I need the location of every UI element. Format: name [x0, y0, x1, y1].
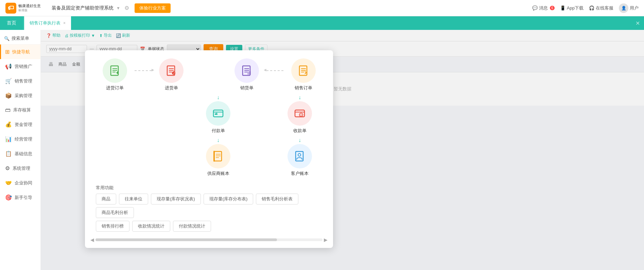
sale-order-icon	[291, 58, 316, 83]
message-badge: 6	[550, 6, 555, 10]
func-btn-product[interactable]: 商品	[96, 194, 116, 204]
message-icon: 💬	[532, 5, 538, 11]
func-btn-inventory-status[interactable]: 现存量(库存状况表)	[151, 194, 201, 204]
svg-rect-14	[247, 71, 251, 75]
sidebar-item-system[interactable]: ⚙ 系统管理	[0, 161, 40, 176]
user-item[interactable]: 👤 用户	[619, 3, 639, 13]
flow-diagram: 进货订单 ✓ 进货单	[96, 58, 322, 179]
sidebar-item-guide[interactable]: 🎯 新手引导	[0, 190, 40, 205]
svg-text:¥: ¥	[300, 113, 302, 116]
message-item[interactable]: 💬 消息 6	[532, 5, 555, 11]
header-right: 💬 消息 6 📱 App下载 🎧 在线客服 👤 用户	[532, 3, 639, 13]
dropdown-arrow-icon[interactable]: ▼	[116, 6, 120, 11]
supplier-ledger-label: 供应商账本	[207, 170, 229, 177]
purchase-order-label: 进货订单	[106, 85, 124, 91]
logo-sub: 标准版	[18, 8, 41, 13]
content-area: ❓ 帮助 🖨 按模板打印 ▼ ⬆ 导出 🔄 刷新 — 📅 单据状态	[41, 30, 644, 270]
sidebar-item-finance[interactable]: 💰 资金管理	[0, 117, 40, 132]
flow-node-supplier-ledger[interactable]: 供应商账本	[198, 144, 239, 177]
sale-order-label: 销售订单	[295, 85, 312, 91]
marketing-icon: 📢	[5, 63, 12, 70]
flow-node-payment-slip[interactable]: ¥ 付款单	[198, 101, 239, 134]
service-icon: 🎧	[589, 5, 594, 11]
flow-node-customer-ledger[interactable]: 客户账本	[279, 144, 320, 177]
dashed-right-icon	[135, 70, 152, 71]
quick-nav-icon: ⊞	[5, 49, 10, 55]
arrows-down-row: ↓ ↓	[96, 94, 322, 101]
func-btn-gross-analysis[interactable]: 销售毛利分析表	[256, 194, 298, 204]
scroll-left-btn[interactable]: ◀	[90, 237, 94, 242]
sale-slip-icon	[234, 58, 259, 83]
purchase-icon: 📦	[5, 92, 12, 99]
func-btn-receipt-stat[interactable]: 收款情况统计	[132, 221, 170, 232]
app-download-item[interactable]: 📱 App下载	[560, 5, 584, 11]
arrows-down-row-2: ↓ ↓	[96, 137, 322, 144]
flow-node-receipt-slip[interactable]: ¥ 收款单	[279, 101, 320, 134]
sidebar-item-inventory[interactable]: 🗃 库存核算	[0, 103, 40, 117]
sidebar-item-sales[interactable]: 🛒 销售管理	[0, 74, 40, 88]
enterprise-icon: 🤝	[5, 180, 12, 186]
func-buttons: 商品 往来单位 现存量(库存状况表) 现存量(库存分布表) 销售毛利分析表 商品…	[96, 194, 322, 218]
flow-node-purchase-order[interactable]: 进货订单	[96, 58, 134, 91]
gear-icon[interactable]: ⚙	[124, 5, 129, 11]
inventory-icon: 🗃	[5, 107, 11, 113]
payment-arrow-down: ↓	[198, 137, 239, 144]
system-title: 装备及固定资产辅助管理系统	[52, 5, 114, 11]
receipt-slip-label: 收款单	[293, 128, 307, 134]
purchase-slip-icon: ✓	[159, 58, 184, 83]
flow-node-sale-order[interactable]: 销售订单	[284, 58, 322, 91]
sidebar-item-quick-nav[interactable]: ⊞ 快捷导航	[0, 44, 40, 59]
receipt-arrow-down: ↓	[279, 137, 320, 144]
flow-row-1: 进货订单 ✓ 进货单	[96, 58, 322, 91]
purchase-slip-label: 进货单	[165, 85, 178, 91]
sidebar: 🔍 搜索菜单 ⊞ 快捷导航 📢 营销推广 🛒 销售管理 📦 采购管理 🗃 库存核…	[0, 30, 41, 270]
logo-name: 畅康通好生意	[18, 3, 41, 8]
purchase-order-icon	[103, 58, 127, 83]
svg-point-33	[298, 154, 301, 156]
experience-button[interactable]: 体验行业方案	[135, 3, 171, 13]
online-service-item[interactable]: 🎧 在线客服	[589, 5, 613, 11]
purchase-slip-arrow-down: ↓	[198, 94, 239, 101]
window-close-icon[interactable]: ✕	[636, 20, 640, 26]
sale-slip-label: 销货单	[240, 85, 254, 91]
app-icon: 📱	[560, 5, 565, 11]
tab-home[interactable]: 首页	[0, 16, 23, 30]
func-btn-sales-rank[interactable]: 销售排行榜	[96, 221, 129, 232]
flow-row-3: 供应商账本 客户账本	[96, 144, 322, 177]
scroll-right-btn[interactable]: ▶	[324, 237, 328, 242]
finance-icon: 💰	[5, 121, 12, 128]
flow-node-purchase-slip[interactable]: ✓ 进货单	[153, 58, 190, 91]
logo-icon: 🏷	[5, 3, 16, 14]
customer-ledger-label: 客户账本	[291, 170, 309, 177]
func-btn-payment-stat[interactable]: 付款情况统计	[173, 221, 211, 232]
tab-sales-order[interactable]: 销售订单执行表 ×	[24, 16, 71, 30]
svg-rect-27	[214, 151, 222, 161]
func-btn-product-gross[interactable]: 商品毛利分析	[96, 207, 134, 218]
logo-area: 🏷 畅康通好生意 标准版	[5, 3, 46, 14]
modal-body: 进货订单 ✓ 进货单	[85, 50, 333, 234]
tab-close-icon[interactable]: ×	[63, 21, 66, 25]
sidebar-item-purchase[interactable]: 📦 采购管理	[0, 88, 40, 103]
modal-scrollbar: ◀ ▶	[85, 234, 333, 244]
sidebar-item-basic-info[interactable]: 📋 基础信息	[0, 146, 40, 161]
main-layout: 🔍 搜索菜单 ⊞ 快捷导航 📢 营销推广 🛒 销售管理 📦 采购管理 🗃 库存核…	[0, 30, 644, 270]
flow-node-sale-slip[interactable]: 销货单	[228, 58, 266, 91]
func-buttons-row2: 销售排行榜 收款情况统计 付款情况统计	[96, 221, 322, 232]
quick-nav-modal: 进货订单 ✓ 进货单	[85, 50, 333, 248]
scroll-track[interactable]	[95, 238, 323, 241]
func-btn-partner[interactable]: 往来单位	[119, 194, 148, 204]
svg-text:¥: ¥	[215, 112, 217, 115]
sidebar-item-marketing[interactable]: 📢 营销推广	[0, 59, 40, 74]
supplier-ledger-icon	[206, 144, 230, 168]
search-menu-item[interactable]: 🔍 搜索菜单	[0, 33, 40, 44]
payment-slip-icon: ¥	[206, 101, 230, 126]
func-btn-inventory-dist[interactable]: 现存量(库存分布表)	[204, 194, 254, 204]
flow-row-2: ¥ 付款单 ¥ 收款单	[96, 101, 322, 134]
tab-bar-end: ✕	[71, 20, 644, 26]
svg-text:✓: ✓	[173, 72, 175, 75]
sidebar-item-enterprise[interactable]: 🤝 企业协同	[0, 176, 40, 190]
top-header: 🏷 畅康通好生意 标准版 装备及固定资产辅助管理系统 ▼ ⚙ 体验行业方案 💬 …	[0, 0, 644, 16]
common-functions: 常用功能 商品 往来单位 现存量(库存状况表) 现存量(库存分布表) 销售毛利分…	[96, 185, 322, 232]
sidebar-item-operation[interactable]: 📊 经营管理	[0, 132, 40, 146]
search-icon: 🔍	[4, 36, 10, 41]
